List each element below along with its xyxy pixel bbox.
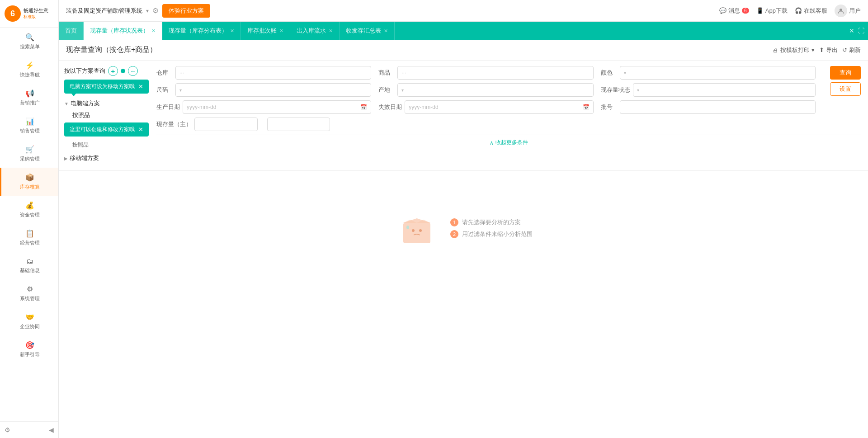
tab-in-out-flow[interactable]: 出入库流水 ✕ (290, 22, 340, 40)
sidebar-item-label: 企业协同 (20, 323, 40, 330)
goods-input[interactable]: ··· (397, 66, 593, 80)
search-btn[interactable]: 查询 (830, 66, 861, 80)
basic-icon: 🗂 (26, 257, 33, 265)
tab-inventory-batch[interactable]: 库存批次账 ✕ (241, 22, 290, 40)
sidebar-item-label: 营销推广 (20, 99, 40, 106)
step-2-text: 用过滤条件来缩小分析范围 (462, 230, 533, 238)
svg-point-0 (840, 9, 842, 11)
filter-label: 按以下方案查询 (64, 67, 105, 75)
notification-action[interactable]: 💬 消息 6 (719, 7, 749, 15)
purchase-icon: 🛒 (25, 145, 34, 154)
sidebar-nav: 🔍 搜索菜单 ⚡ 快捷导航 📢 营销推广 📊 销售管理 🛒 采购管理 📦 (0, 28, 58, 421)
export-btn[interactable]: ⬆ 导出 (819, 46, 838, 54)
color-input[interactable]: ▾ (620, 66, 816, 80)
sidebar-item-finance[interactable]: 💰 资金管理 (0, 196, 58, 224)
sidebar-item-system[interactable]: ⚙ 系统管理 (0, 279, 58, 307)
system-title: 装备及固定资产辅助管理系统 (66, 7, 142, 15)
produce-date-start[interactable]: yyyy-mm-dd 📅 (183, 100, 371, 114)
tab-close-icon[interactable]: ✕ (230, 28, 234, 34)
sidebar-item-marketing[interactable]: 📢 营销推广 (0, 84, 58, 112)
size-input[interactable]: ▾ (175, 83, 371, 97)
tooltip-arrow-right (143, 127, 146, 132)
sidebar-item-operations[interactable]: 📋 经营管理 (0, 224, 58, 252)
tab-close-all-icon[interactable]: ✕ (849, 27, 854, 34)
tab-fullscreen-icon[interactable]: ⛶ (858, 27, 864, 34)
tab-close-icon[interactable]: ✕ (384, 28, 388, 34)
stock-qty-max[interactable] (267, 118, 330, 131)
tab-in-out-flow-label: 出入库流水 (297, 27, 326, 35)
origin-input[interactable]: ▾ (397, 83, 593, 97)
calendar-icon2: 📅 (583, 104, 590, 110)
pc-scheme-item[interactable]: ▼ 电脑端方案 (64, 98, 143, 109)
print-btn[interactable]: 🖨 按模板打印 ▾ (773, 46, 815, 54)
filter-stock-status: 现存量状态 ▾ (601, 83, 816, 97)
app-download-action[interactable]: 📱 App下载 (756, 7, 788, 15)
sidebar-item-label: 搜索菜单 (20, 43, 40, 50)
user-avatar (835, 5, 847, 17)
sidebar-item-inventory[interactable]: 📦 库存核算 (0, 168, 58, 196)
batch-input[interactable] (620, 100, 816, 114)
pc-scheme-sub-item[interactable]: 按照品 (72, 110, 143, 121)
svg-point-4 (406, 226, 409, 229)
sidebar-item-guide[interactable]: 🎯 新手引导 (0, 335, 58, 363)
warehouse-input[interactable]: ··· (175, 66, 371, 80)
calendar-icon: 📅 (360, 104, 367, 110)
system-icon: ⚙ (27, 285, 33, 293)
print-dropdown-icon: ▾ (811, 47, 815, 53)
tab-inventory-dist[interactable]: 现存量（库存分布表） ✕ (162, 22, 241, 40)
mobile-scheme-item[interactable]: ▶ 移动端方案 (64, 151, 143, 165)
logo-text: 畅通好生意 (24, 7, 48, 14)
tab-inventory-status[interactable]: 现存量（库存状况表） ✕ (84, 22, 162, 40)
app-download-label: App下载 (765, 7, 788, 15)
tab-close-icon[interactable]: ✕ (329, 28, 333, 34)
tab-home[interactable]: 首页 (59, 22, 84, 40)
industry-btn[interactable]: 体验行业方案 (162, 4, 210, 18)
color-label: 颜色 (601, 69, 617, 77)
sidebar-item-label: 采购管理 (20, 155, 40, 162)
enterprise-icon: 🤝 (25, 313, 34, 321)
phone-icon: 📱 (756, 7, 764, 14)
sidebar-item-basic[interactable]: 🗂 基础信息 (0, 252, 58, 279)
filter-expire-date: 失效日期 yyyy-mm-dd 📅 (378, 100, 593, 114)
sidebar-item-search[interactable]: 🔍 搜索菜单 (0, 28, 58, 56)
tab-inventory-batch-label: 库存批次账 (247, 27, 277, 35)
stock-status-input[interactable]: ▾ (633, 83, 816, 97)
back-scheme-btn[interactable]: ← (128, 66, 138, 76)
message-icon: 💬 (719, 7, 726, 14)
stock-status-label: 现存量状态 (601, 86, 630, 94)
sidebar-item-label: 经营管理 (20, 240, 40, 246)
tooltip-pc-close[interactable]: ✕ (138, 83, 143, 90)
collapse-sidebar-icon[interactable]: ◀ (49, 426, 54, 433)
quick-nav-icon: ⚡ (25, 61, 34, 70)
add-scheme-btn[interactable]: + (108, 66, 118, 76)
notification-badge: 6 (742, 8, 749, 14)
collapse-btn[interactable]: ∧ 收起更多条件 (156, 135, 861, 150)
batch-label: 批号 (601, 103, 617, 111)
empty-step-2: 2 用过滤条件来缩小分析范围 (450, 230, 533, 238)
expire-date-start[interactable]: yyyy-mm-dd 📅 (405, 100, 593, 114)
pc-scheme-tree: ▼ 电脑端方案 按照品 (64, 98, 143, 121)
tab-receive-summary[interactable]: 收发存汇总表 ✕ (340, 22, 395, 40)
reset-btn[interactable]: 设置 (830, 82, 861, 96)
settings-footer-icon[interactable]: ⚙ (5, 426, 10, 433)
system-dropdown-arrow[interactable]: ▾ (146, 8, 149, 14)
sidebar-item-quicknav[interactable]: ⚡ 快捷导航 (0, 56, 58, 84)
tab-close-icon[interactable]: ✕ (279, 28, 283, 34)
online-support-action[interactable]: 🎧 在线客服 (795, 7, 827, 15)
tab-close-icon[interactable]: ✕ (151, 28, 156, 34)
sidebar-footer: ⚙ ◀ (0, 421, 58, 438)
sidebar-item-enterprise[interactable]: 🤝 企业协同 (0, 307, 58, 335)
user-label: 用户 (849, 7, 861, 15)
refresh-btn[interactable]: ↺ 刷新 (842, 46, 861, 54)
filter-row-1: 仓库 ··· 商品 ··· (156, 66, 861, 80)
category-item[interactable]: 按照品 (72, 140, 143, 150)
settings-icon[interactable]: ⚙ (152, 6, 159, 15)
category-sub: 按照品 (64, 140, 143, 150)
stock-qty-min[interactable] (194, 118, 258, 131)
tooltip-edit-close[interactable]: ✕ (138, 126, 143, 133)
headset-icon: 🎧 (795, 7, 802, 14)
user-action[interactable]: 用户 (835, 5, 861, 17)
sidebar-item-sales[interactable]: 📊 销售管理 (0, 112, 58, 140)
sidebar-item-purchase[interactable]: 🛒 采购管理 (0, 140, 58, 168)
sidebar-item-label: 资金管理 (20, 212, 40, 218)
